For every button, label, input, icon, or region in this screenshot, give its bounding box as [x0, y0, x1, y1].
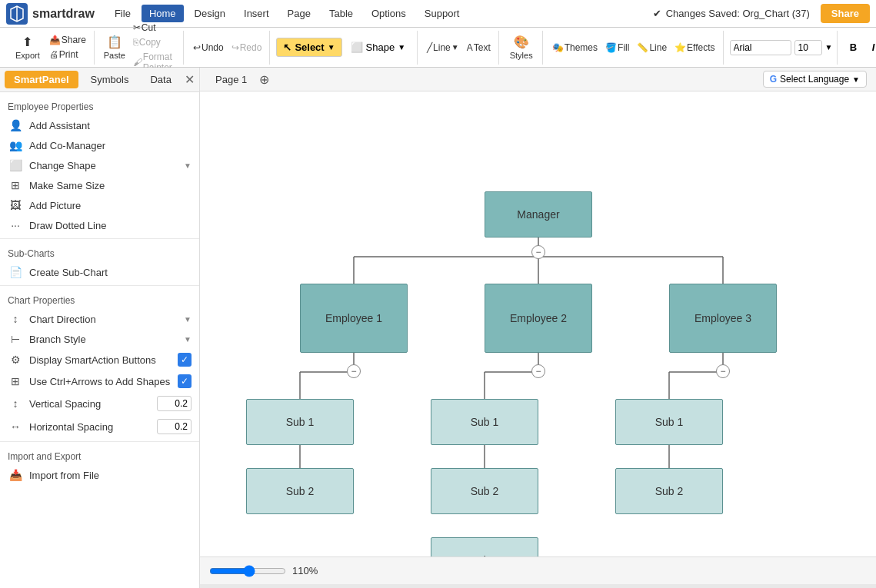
font-size-input[interactable]	[794, 40, 822, 55]
styles-icon: 🎨	[514, 35, 529, 49]
zoom-slider[interactable]	[209, 565, 286, 577]
tab-smartpanel[interactable]: SmartPanel	[5, 71, 78, 88]
employee1-node[interactable]: Employee 1	[300, 284, 408, 353]
menu-page[interactable]: Page	[280, 5, 318, 22]
branch-style-icon: ⊢	[8, 333, 23, 345]
paste-button[interactable]: 📋 Paste	[101, 33, 128, 61]
display-smartaction-checkbox[interactable]: ✓	[178, 353, 192, 367]
cut-icon: ✂	[133, 22, 141, 33]
add-co-manager-item[interactable]: 👥 Add Co-Manager	[0, 135, 199, 155]
vertical-spacing-item: ↕ Vertical Spacing	[0, 392, 199, 415]
display-smartaction-item[interactable]: ⚙ Display SmartAction Buttons ✓	[0, 349, 199, 370]
add-co-manager-icon: 👥	[8, 139, 23, 151]
menu-design[interactable]: Design	[187, 5, 233, 22]
divider-3	[0, 441, 199, 442]
styles-button[interactable]: 🎨 Styles	[505, 33, 538, 61]
google-icon: G	[770, 74, 777, 85]
print-button[interactable]: 🖨 Print	[46, 48, 89, 61]
file-actions-group: ⬆ Export 📤 Share 🖨 Print	[6, 31, 95, 65]
share-toolbar-icon: 📤	[49, 35, 61, 45]
italic-button[interactable]: I	[864, 38, 876, 57]
theme-effects-group: 🎭 Themes 🪣 Fill 📏 Line ⭐ Effects	[545, 31, 724, 65]
line2-button[interactable]: 📏 Line	[634, 41, 670, 55]
manager-collapse-circle[interactable]: −	[531, 245, 545, 259]
bold-button[interactable]: B	[844, 38, 862, 57]
text-button[interactable]: A Text	[464, 41, 494, 55]
main-layout: SmartPanel Symbols Data ✕ Employee Prope…	[0, 68, 876, 588]
sub1-1-node[interactable]: Sub 1	[246, 399, 354, 445]
add-picture-item[interactable]: 🖼 Add Picture	[0, 195, 199, 215]
undo-group: ↩ Undo ↪ Redo	[185, 31, 270, 65]
employee3-collapse-circle[interactable]: −	[716, 364, 730, 378]
branch-style-item[interactable]: ⊢ Branch Style ▼	[0, 329, 199, 349]
shape-button[interactable]: ⬜ Shape ▼	[344, 38, 413, 57]
ctrl-arrows-icon: ⊞	[8, 375, 23, 387]
share-button[interactable]: Share	[821, 4, 870, 23]
ctrl-arrows-checkbox[interactable]: ✓	[178, 374, 192, 388]
shape-dropdown-icon: ▼	[398, 43, 405, 51]
sub2-1-node[interactable]: Sub 1	[431, 399, 538, 445]
menu-insert[interactable]: Insert	[236, 5, 277, 22]
panel-close-button[interactable]: ✕	[185, 72, 195, 87]
clipboard-group: 📋 Paste ✂ Cut ⎘ Copy 🖌 Format Painter	[96, 31, 184, 65]
add-page-button[interactable]: ⊕	[259, 72, 269, 87]
draw-dotted-line-item[interactable]: ··· Draw Dotted Line	[0, 215, 199, 235]
font-size-dropdown-icon[interactable]: ▼	[825, 43, 833, 51]
manager-node[interactable]: Manager	[485, 191, 592, 238]
panel-tabs: SmartPanel Symbols Data ✕	[0, 68, 199, 92]
canvas-header: Page 1 ⊕ G Select Language ▼	[200, 68, 876, 91]
draw-dotted-line-icon: ···	[8, 219, 23, 231]
vertical-spacing-input[interactable]	[157, 396, 192, 411]
menu-options[interactable]: Options	[364, 5, 414, 22]
import-from-file-item[interactable]: 📥 Import from File	[0, 465, 199, 485]
paste-icon: 📋	[107, 35, 122, 49]
cut-button[interactable]: ✂ Cut	[130, 21, 178, 35]
effects-button[interactable]: ⭐ Effects	[671, 41, 718, 55]
make-same-size-icon: ⊞	[8, 179, 23, 191]
employee2-node[interactable]: Employee 2	[485, 284, 592, 353]
redo-button[interactable]: ↪ Redo	[228, 41, 265, 55]
sub3-1-node[interactable]: Sub 1	[615, 399, 723, 445]
sub3-2-node[interactable]: Sub 2	[615, 468, 723, 514]
cursor-icon: ↖	[283, 42, 291, 53]
export-button[interactable]: ⬆ Export	[11, 33, 45, 61]
changes-saved: ✔ Changes Saved: Org_Chart (37)	[653, 8, 810, 19]
employee2-collapse-circle[interactable]: −	[531, 364, 545, 378]
share-print-group: 📤 Share 🖨 Print	[46, 33, 89, 61]
select-button[interactable]: ↖ Select ▼	[276, 38, 341, 57]
add-assistant-item[interactable]: 👤 Add Assistant	[0, 115, 199, 135]
effects-icon: ⭐	[674, 42, 686, 53]
make-same-size-item[interactable]: ⊞ Make Same Size	[0, 175, 199, 195]
canvas[interactable]: Manager − Employee 1 − Employee 2 −	[200, 91, 876, 584]
employee1-collapse-circle[interactable]: −	[347, 364, 361, 378]
import-export-title: Import and Export	[0, 445, 199, 465]
ctrl-arrows-item[interactable]: ⊞ Use Ctrl+Arrows to Add Shapes ✓	[0, 370, 199, 392]
fill-button[interactable]: 🪣 Fill	[602, 41, 632, 55]
format-painter-icon: 🖌	[133, 57, 142, 68]
menu-table[interactable]: Table	[321, 5, 361, 22]
canvas-background: Manager − Employee 1 − Employee 2 −	[200, 91, 876, 584]
tab-data[interactable]: Data	[141, 71, 180, 88]
copy-button[interactable]: ⎘ Copy	[130, 35, 178, 49]
chart-direction-item[interactable]: ↕ Chart Direction ▼	[0, 309, 199, 329]
change-shape-item[interactable]: ⬜ Change Shape ▼	[0, 155, 199, 175]
create-sub-chart-item[interactable]: 📄 Create Sub-Chart	[0, 262, 199, 282]
themes-button[interactable]: 🎭 Themes	[549, 41, 601, 55]
horizontal-spacing-input[interactable]	[157, 419, 192, 434]
font-name-input[interactable]	[730, 40, 791, 55]
undo-button[interactable]: ↩ Undo	[190, 41, 227, 55]
tab-symbols[interactable]: Symbols	[82, 71, 138, 88]
zoom-label: 110%	[292, 565, 318, 576]
copy-icon: ⎘	[133, 37, 138, 48]
employee3-node[interactable]: Employee 3	[669, 284, 777, 353]
logo-text: smartdraw	[32, 7, 95, 21]
page-1-tab[interactable]: Page 1	[209, 71, 253, 88]
share-toolbar-button[interactable]: 📤 Share	[46, 33, 89, 47]
language-select[interactable]: G Select Language ▼	[763, 71, 867, 88]
sub1-2-node[interactable]: Sub 2	[246, 468, 354, 514]
display-smartaction-icon: ⚙	[8, 354, 23, 366]
employee-properties-title: Employee Properties	[0, 95, 199, 115]
menu-support[interactable]: Support	[417, 5, 468, 22]
sub2-2-node[interactable]: Sub 2	[431, 468, 538, 514]
line-button[interactable]: ╱ Line ▼	[424, 41, 462, 55]
